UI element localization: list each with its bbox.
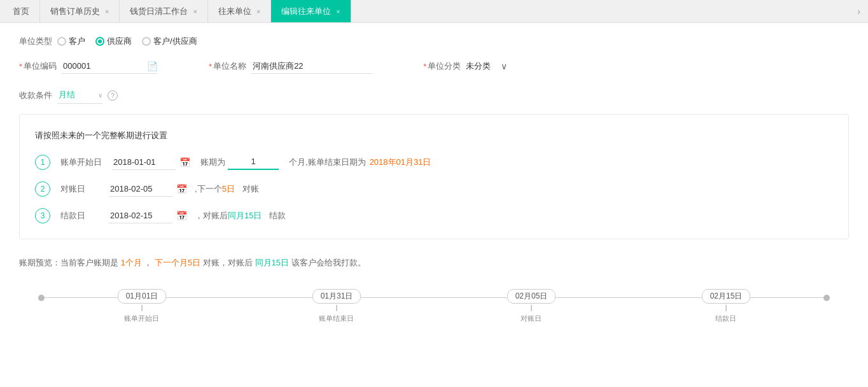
step-2-date-input[interactable] xyxy=(109,181,172,197)
timeline-label-3: 对账日 xyxy=(521,314,542,323)
timeline-label-2: 账单结束日 xyxy=(319,314,354,323)
timeline-tick-4 xyxy=(725,305,727,311)
timeline-tick-2 xyxy=(336,305,337,311)
tab-partners[interactable]: 往来单位 × xyxy=(208,0,271,22)
step-2-label: 对账日 xyxy=(60,183,99,195)
tab-close-partners[interactable]: × xyxy=(256,8,260,15)
step-2-highlight: 5日 xyxy=(222,183,235,195)
preview-sep3: 该客户会给我打款。 xyxy=(291,258,366,267)
tab-bar: 首页 销售订单历史 × 钱货日清工作台 × 往来单位 × 编辑往来单位 × › xyxy=(0,0,868,23)
tab-more-arrow[interactable]: › xyxy=(850,6,868,17)
step-2-calendar-icon[interactable]: 📅 xyxy=(176,184,187,194)
step-1-label: 账单开始日 xyxy=(60,157,102,168)
unit-type-label: 单位类型 xyxy=(19,36,52,47)
step-1-period-end: 2018年01月31日 xyxy=(370,157,431,168)
timeline-point-4: 02月15日 结款日 xyxy=(702,289,751,323)
radio-supplier[interactable]: 供应商 xyxy=(95,36,132,47)
step-1-number: 1 xyxy=(35,155,50,170)
step-2-number: 2 xyxy=(35,181,50,197)
unit-class-dropdown-arrow[interactable]: ∨ xyxy=(501,61,507,71)
step-3-prefix: ，对账后 xyxy=(195,210,228,222)
tab-close-cash-work[interactable]: × xyxy=(193,8,197,15)
unit-class-group: * 单位分类 未分类 ∨ xyxy=(423,60,507,72)
step-2-row: 2 对账日 📅 ,下一个 5日 对账 xyxy=(35,181,833,197)
payment-dropdown[interactable]: 月结 ∨ xyxy=(57,87,102,104)
timeline-tick-1 xyxy=(141,305,143,311)
unit-code-group: * 单位编码 📄 xyxy=(19,59,158,74)
tab-home[interactable]: 首页 xyxy=(0,0,40,22)
step-2-suffix: 对账 xyxy=(242,183,259,195)
timeline-badge-1: 01月01日 xyxy=(118,289,167,304)
unit-class-value: 未分类 xyxy=(466,60,491,72)
step-3-calendar-icon[interactable]: 📅 xyxy=(176,211,187,221)
payment-row: 收款条件 月结 ∨ ? xyxy=(19,87,849,104)
unit-code-input[interactable] xyxy=(62,59,144,73)
timeline-right-dot xyxy=(823,295,830,301)
unit-class-label: 单位分类 xyxy=(428,60,461,72)
step-3-row: 3 结款日 📅 ，对账后 同月15日 结款 xyxy=(35,208,833,223)
radio-customer[interactable]: 客户 xyxy=(57,36,85,47)
unit-code-input-wrapper: 📄 xyxy=(62,59,158,74)
timeline-label-4: 结款日 xyxy=(715,314,736,323)
radio-both-circle xyxy=(142,37,151,46)
tab-edit-partner[interactable]: 编辑往来单位 × xyxy=(271,0,351,22)
unit-name-label: 单位名称 xyxy=(213,60,246,72)
unit-type-row: 单位类型 客户 供应商 客户/供应商 xyxy=(19,36,849,47)
unit-class-star: * xyxy=(423,62,426,71)
step-3-label: 结款日 xyxy=(60,210,99,222)
payment-dropdown-arrow: ∨ xyxy=(98,92,102,99)
preview-label: 账期预览：当前客户账期是 xyxy=(19,258,118,267)
payment-label: 收款条件 xyxy=(19,90,52,101)
unit-code-star: * xyxy=(19,62,22,71)
step-1-period-label: 账期为 xyxy=(200,157,225,168)
preview-part3: 同月15日 xyxy=(255,258,289,267)
radio-both[interactable]: 客户/供应商 xyxy=(142,36,197,47)
step-1-row: 1 账单开始日 📅 账期为 个月,账单结束日期为 2018年01月31日 xyxy=(35,154,833,170)
step-1-period-input[interactable] xyxy=(228,154,279,170)
step-3-number: 3 xyxy=(35,208,50,223)
copy-icon[interactable]: 📄 xyxy=(147,61,158,71)
panel-description: 请按照未来的一个完整帐期进行设置 xyxy=(35,130,833,141)
step-2-prefix: ,下一个 xyxy=(195,183,222,195)
payment-value: 月结 xyxy=(57,87,95,103)
step-3-date-input[interactable] xyxy=(109,208,172,223)
timeline-container: 01月01日 账单开始日 01月31日 账单结束日 02月05日 对账日 xyxy=(19,289,849,323)
step-1-date-input[interactable] xyxy=(112,155,176,170)
unit-info-row: * 单位编码 📄 * 单位名称 * 单位分类 未分类 ∨ xyxy=(19,59,849,74)
timeline-point-3: 02月05日 对账日 xyxy=(507,289,556,323)
unit-type-radio-group: 客户 供应商 客户/供应商 xyxy=(57,36,197,47)
preview-section: 账期预览：当前客户账期是 1个月 ， 下一个月5日 对账，对账后 同月15日 该… xyxy=(19,247,849,279)
unit-name-input[interactable] xyxy=(251,59,372,74)
main-content: 单位类型 客户 供应商 客户/供应商 * 单位编码 📄 xyxy=(0,23,868,387)
unit-name-star: * xyxy=(209,62,212,71)
timeline-label-1: 账单开始日 xyxy=(124,314,159,323)
tab-sales-history[interactable]: 销售订单历史 × xyxy=(40,0,120,22)
tab-close-edit-partner[interactable]: × xyxy=(336,8,340,15)
timeline-point-2: 01月31日 账单结束日 xyxy=(312,289,361,323)
tab-close-sales-history[interactable]: × xyxy=(105,8,109,15)
timeline-left-dot xyxy=(38,295,45,301)
help-icon[interactable]: ? xyxy=(108,90,118,101)
timeline-point-1: 01月01日 账单开始日 xyxy=(118,289,167,323)
radio-customer-circle xyxy=(57,37,66,46)
unit-code-label: 单位编码 xyxy=(24,60,57,72)
preview-sep1: ， xyxy=(144,258,152,267)
settings-panel: 请按照未来的一个完整帐期进行设置 1 账单开始日 📅 账期为 个月,账单结束日期… xyxy=(19,114,849,239)
step-3-highlight: 同月15日 xyxy=(228,210,262,222)
preview-part2: 下一个月5日 xyxy=(155,258,200,267)
timeline-badge-3: 02月05日 xyxy=(507,289,556,304)
timeline-tick-3 xyxy=(531,305,532,311)
radio-supplier-circle xyxy=(95,37,104,46)
step-1-calendar-icon[interactable]: 📅 xyxy=(179,157,190,167)
step-3-suffix: 结款 xyxy=(269,210,286,222)
preview-part1: 1个月 xyxy=(121,258,142,267)
timeline-badge-4: 02月15日 xyxy=(702,289,751,304)
tab-cash-work[interactable]: 钱货日清工作台 × xyxy=(120,0,207,22)
preview-sep2: 对账，对账后 xyxy=(203,258,253,267)
timeline-badge-2: 01月31日 xyxy=(312,289,361,304)
unit-name-group: * 单位名称 xyxy=(209,59,372,74)
step-1-period-text: 个月,账单结束日期为 xyxy=(289,157,366,168)
